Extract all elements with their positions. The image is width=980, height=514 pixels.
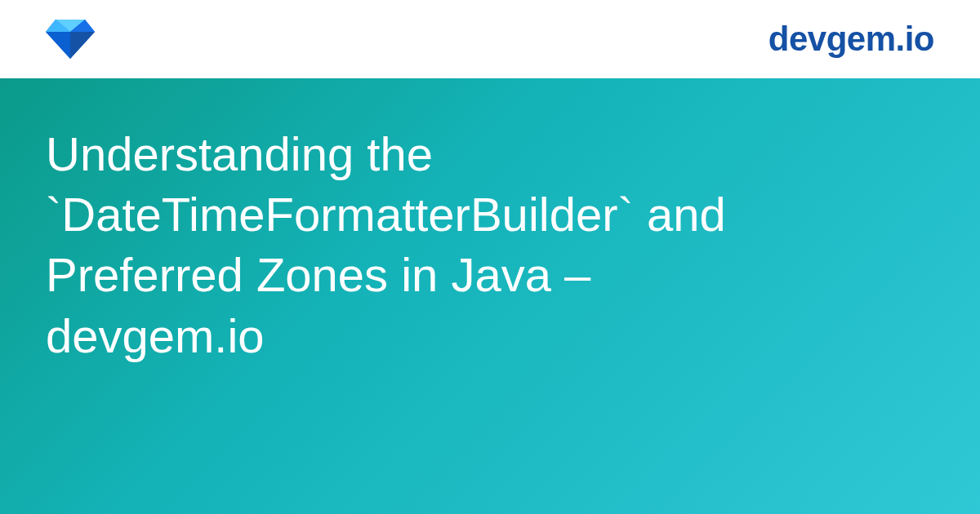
svg-marker-4 [46,32,70,59]
brand-name: devgem.io [768,20,934,59]
svg-marker-5 [70,32,95,59]
header-bar: devgem.io [0,0,980,78]
hero-section: Understanding the `DateTimeFormatterBuil… [0,78,980,514]
diamond-icon [46,15,95,64]
article-title: Understanding the `DateTimeFormatterBuil… [46,124,813,366]
